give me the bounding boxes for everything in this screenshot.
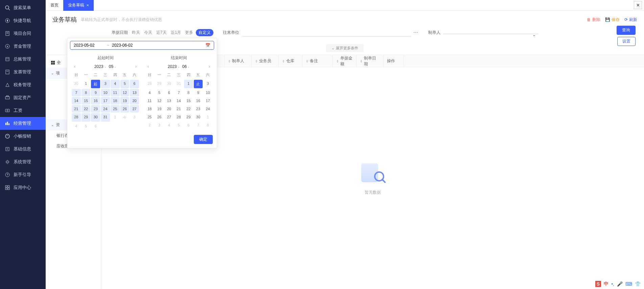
prev-month-button[interactable]: ‹ bbox=[73, 63, 77, 70]
day-cell[interactable]: 15 bbox=[184, 97, 193, 104]
column-header[interactable]: 操作 bbox=[384, 55, 404, 67]
ime-lang[interactable]: 中 bbox=[604, 281, 608, 287]
sidebar-item-biz[interactable]: 经营管理 bbox=[0, 117, 46, 130]
end-date-input[interactable] bbox=[112, 43, 142, 48]
day-cell[interactable]: 21 bbox=[72, 105, 81, 113]
quick-date-近7天[interactable]: 近7天 bbox=[155, 29, 168, 36]
day-cell[interactable]: 8 bbox=[82, 89, 91, 96]
refresh-button[interactable]: ⟳ 刷新 bbox=[624, 17, 637, 23]
day-cell[interactable]: 23 bbox=[91, 105, 100, 113]
tray-icon[interactable]: •, bbox=[611, 281, 614, 287]
day-cell[interactable]: 12 bbox=[120, 89, 130, 96]
sidebar-item-info[interactable]: 基础信息 bbox=[0, 143, 46, 155]
day-cell[interactable]: 26 bbox=[155, 113, 164, 121]
day-cell[interactable]: 23 bbox=[194, 105, 203, 113]
next-month-button[interactable]: › bbox=[207, 63, 211, 70]
day-cell[interactable]: 31 bbox=[101, 113, 110, 122]
day-cell[interactable]: 1 bbox=[111, 113, 120, 122]
day-cell[interactable]: 今 bbox=[120, 113, 130, 122]
day-cell[interactable]: 1 bbox=[184, 80, 193, 88]
day-cell[interactable]: 18 bbox=[111, 97, 120, 104]
day-cell[interactable]: 29 bbox=[184, 113, 193, 121]
shirt-icon[interactable]: 👕 bbox=[635, 281, 641, 287]
day-cell[interactable]: 12 bbox=[155, 97, 164, 104]
day-cell[interactable]: 10 bbox=[101, 89, 110, 96]
day-cell[interactable]: 7 bbox=[174, 89, 183, 96]
day-cell[interactable]: 3 bbox=[130, 113, 139, 122]
next-month-button[interactable]: › bbox=[134, 63, 138, 70]
day-cell[interactable]: 22 bbox=[184, 105, 193, 113]
start-date-input[interactable] bbox=[74, 43, 104, 48]
day-cell[interactable]: 16 bbox=[91, 97, 100, 104]
day-cell[interactable]: 5 bbox=[82, 122, 91, 130]
quick-date-今天[interactable]: 今天 bbox=[143, 29, 154, 36]
search-button[interactable]: 查询 bbox=[617, 26, 636, 35]
day-cell[interactable]: 30 bbox=[164, 80, 174, 88]
day-cell[interactable]: 1 bbox=[82, 80, 91, 88]
day-cell[interactable]: 25 bbox=[111, 105, 120, 113]
sidebar-item-search[interactable]: 搜索菜单 bbox=[0, 1, 46, 14]
day-cell[interactable]: 20 bbox=[164, 105, 174, 113]
creator-select[interactable]: ⌄ bbox=[443, 31, 538, 34]
prev-month-button[interactable]: ‹ bbox=[146, 63, 150, 70]
day-cell[interactable]: 9 bbox=[194, 89, 203, 96]
day-cell[interactable]: 11 bbox=[111, 89, 120, 96]
column-header[interactable]: ▲▼业务员 bbox=[252, 55, 279, 67]
tab-首页[interactable]: 首页 bbox=[46, 0, 63, 11]
save-button[interactable]: 💾 保存 bbox=[605, 17, 620, 23]
sidebar-item-salary[interactable]: 工资 bbox=[0, 104, 46, 117]
sidebar-item-money[interactable]: ¥资金管理 bbox=[0, 40, 46, 53]
day-cell[interactable]: 30 bbox=[91, 113, 100, 122]
day-cell[interactable]: 6 bbox=[164, 89, 174, 96]
day-cell[interactable]: 7 bbox=[194, 121, 203, 129]
mic-icon[interactable]: 🎤 bbox=[617, 281, 623, 287]
day-cell[interactable]: 30 bbox=[72, 80, 81, 88]
day-cell[interactable]: 19 bbox=[120, 97, 130, 104]
day-cell[interactable]: 11 bbox=[145, 97, 154, 104]
date-confirm-button[interactable]: 确定 bbox=[194, 135, 213, 144]
day-cell[interactable]: 27 bbox=[130, 105, 139, 113]
sidebar-item-expense[interactable]: 小畅报销 bbox=[0, 130, 46, 143]
day-cell[interactable]: 19 bbox=[155, 105, 164, 113]
day-cell[interactable]: 4 bbox=[164, 121, 174, 129]
day-cell[interactable]: 27 bbox=[164, 113, 174, 121]
settings-button[interactable]: 设置 bbox=[617, 37, 636, 46]
day-cell[interactable]: 24 bbox=[101, 105, 110, 113]
day-cell[interactable]: 6 bbox=[184, 121, 193, 129]
expand-filters-button[interactable]: ⌄ 展开更多条件 bbox=[326, 44, 363, 52]
column-header[interactable]: ▲▼备注 bbox=[302, 55, 333, 67]
sidebar-item-guide[interactable]: 新手引导 bbox=[0, 168, 46, 181]
day-cell[interactable]: 3 bbox=[101, 80, 110, 88]
column-header[interactable]: ▲▼制单日期 bbox=[356, 55, 384, 67]
day-cell[interactable]: 16 bbox=[194, 97, 203, 104]
day-cell[interactable]: 13 bbox=[164, 97, 174, 104]
day-cell[interactable]: 9 bbox=[91, 89, 100, 96]
sidebar-item-tax[interactable]: 税务管理 bbox=[0, 78, 46, 91]
day-cell[interactable]: 4 bbox=[72, 122, 81, 130]
window-close-button[interactable]: ✕ bbox=[634, 1, 642, 9]
day-cell[interactable]: 止 bbox=[194, 80, 203, 88]
ime-indicator[interactable]: S bbox=[595, 281, 601, 287]
day-cell[interactable]: 31 bbox=[174, 80, 183, 88]
day-cell[interactable]: 18 bbox=[145, 105, 154, 113]
quick-date-昨天[interactable]: 昨天 bbox=[131, 29, 141, 36]
day-cell[interactable]: 30 bbox=[194, 113, 203, 121]
day-cell[interactable]: 3 bbox=[203, 80, 212, 88]
day-cell[interactable]: 4 bbox=[111, 80, 120, 88]
partner-picker-button[interactable]: ⋯ bbox=[413, 30, 419, 35]
day-cell[interactable]: 5 bbox=[155, 89, 164, 96]
delete-button[interactable]: 🗑 删除 bbox=[587, 17, 600, 23]
keyboard-icon[interactable]: ⌨ bbox=[625, 281, 632, 287]
sidebar-item-invoice[interactable]: 发票管理 bbox=[0, 66, 46, 78]
day-cell[interactable]: 7 bbox=[72, 89, 81, 96]
close-icon[interactable]: ✕ bbox=[86, 3, 89, 7]
day-cell[interactable]: 6 bbox=[130, 80, 139, 88]
day-cell[interactable]: 28 bbox=[72, 113, 81, 122]
day-cell[interactable]: 14 bbox=[174, 97, 183, 104]
day-cell[interactable]: 8 bbox=[184, 89, 193, 96]
day-cell[interactable]: 5 bbox=[120, 80, 130, 88]
sidebar-item-compass[interactable]: 快捷导航 bbox=[0, 14, 46, 27]
day-cell[interactable]: 起 bbox=[91, 80, 100, 88]
day-cell[interactable]: 20 bbox=[130, 97, 139, 104]
sidebar-item-ledger[interactable]: 总账管理 bbox=[0, 53, 46, 66]
